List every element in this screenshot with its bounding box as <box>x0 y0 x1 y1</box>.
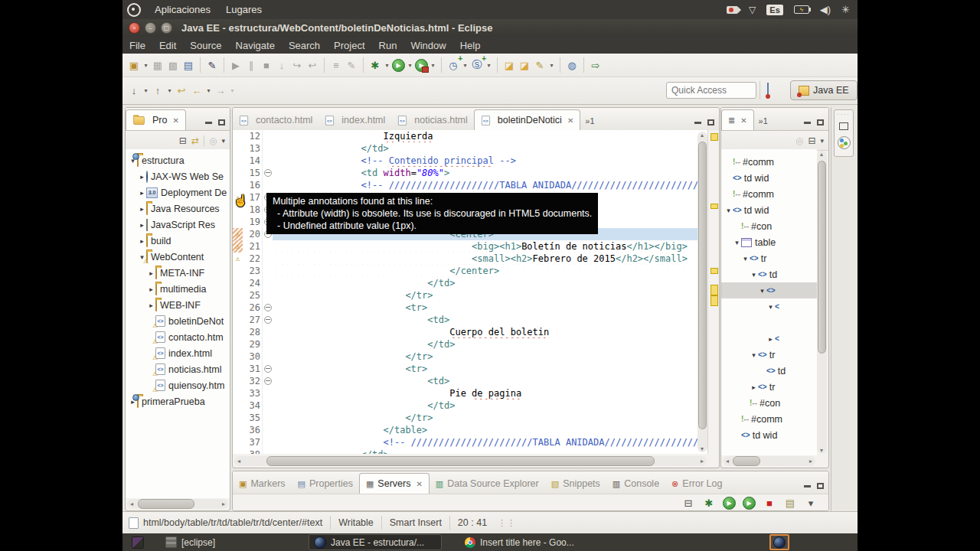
expander-icon[interactable]: ▸ <box>138 173 146 181</box>
collapse-all-icon[interactable]: ⊟ <box>808 135 815 146</box>
run-dropdown-icon[interactable]: ▾ <box>407 62 413 69</box>
expander-icon[interactable]: ▸ <box>138 205 146 213</box>
highlight-pen-icon[interactable]: ✎ <box>533 58 547 72</box>
code-line-32[interactable]: 32 <td> <box>233 375 719 387</box>
explorer-item-jax-ws-web-se[interactable]: ▸JAX-WS Web Se <box>126 168 230 184</box>
new-server-dropdown-icon[interactable]: ▾ <box>485 62 492 69</box>
editor-tab-index-html[interactable]: <>index.html <box>318 110 391 130</box>
outline-horizontal-scrollbar[interactable]: ◂▸ <box>723 456 815 466</box>
outline-item-table[interactable]: ▾table <box>721 234 817 250</box>
forward-dropdown-icon[interactable]: ▾ <box>229 87 236 94</box>
code-line-21[interactable]: ⚠21 <big><h1>Boletín de noticias</h1></b… <box>233 240 719 253</box>
fold-collapse-icon[interactable] <box>264 365 272 373</box>
code-line-25[interactable]: 25 </tr> <box>233 289 719 302</box>
close-icon[interactable]: ✕ <box>740 116 746 125</box>
expander-icon[interactable]: ▸ <box>147 285 155 293</box>
warning-annotation-icon[interactable]: ⚠ <box>233 240 243 253</box>
editor-tab-boletindenotici[interactable]: <>boletinDeNotici✕ <box>474 109 580 130</box>
tab-snippets[interactable]: ▧Snippets <box>545 474 606 494</box>
top-menu-lugares[interactable]: Lugares <box>218 0 270 19</box>
outline-item-comm[interactable]: !--#comm <box>721 411 817 427</box>
explorer-item-multimedia[interactable]: ▸multimedia <box>126 281 230 297</box>
next-annotation-dropdown-icon[interactable]: ▾ <box>142 87 149 94</box>
outline-item-tr[interactable]: ▸<>tr <box>721 379 817 395</box>
previous-annotation-icon[interactable]: ↑ <box>151 84 165 98</box>
volume-icon[interactable]: ◀) <box>820 4 831 15</box>
palette-icon[interactable] <box>838 136 851 149</box>
menu-window[interactable]: Window <box>403 37 452 54</box>
editor-tab-noticias-html[interactable]: <>noticias.html <box>391 110 473 130</box>
web-browser-icon[interactable]: ◍ <box>565 58 579 72</box>
fold-collapse-icon[interactable] <box>264 169 272 177</box>
maximize-view-icon[interactable] <box>817 483 824 489</box>
run-external-tools-icon[interactable]: ▶ <box>415 59 428 72</box>
outline-item-comm[interactable]: !--#comm <box>721 186 817 202</box>
taskbar-chrome-window[interactable]: Insert title here - Goo... <box>460 534 612 550</box>
new-web-service-dropdown-icon[interactable]: ▾ <box>462 62 469 69</box>
expander-icon[interactable]: ▸ <box>138 189 146 197</box>
start-server-icon[interactable]: ▶ <box>723 497 736 510</box>
collapse-all-icon[interactable]: ⊟ <box>179 135 187 146</box>
fold-collapse-icon[interactable] <box>264 377 272 385</box>
outline-item-con[interactable]: !--#con <box>721 395 817 411</box>
maximize-view-icon[interactable] <box>817 119 824 126</box>
view-menu-icon[interactable]: ▾ <box>221 137 225 145</box>
debug-dropdown-icon[interactable]: ▾ <box>384 62 390 69</box>
editor-vertical-scrollbar[interactable]: ▴ ▾ <box>697 132 707 452</box>
more-editors-chevron[interactable]: »1 <box>585 116 594 126</box>
code-line-29[interactable]: 29 </td> <box>233 338 719 350</box>
code-editor[interactable]: 12 Izquierda13 </td>14 <!-- Contenido pr… <box>233 130 719 454</box>
explorer-item-webcontent[interactable]: ▾⚠WebContent <box>126 249 230 265</box>
expander-icon[interactable]: ▸ <box>147 269 155 277</box>
open-artifact-icon[interactable]: ◪ <box>502 58 516 72</box>
expander-icon[interactable]: ▸ <box>138 221 146 229</box>
open-perspective-icon[interactable] <box>767 83 769 97</box>
menu-navigate[interactable]: Navigate <box>229 37 282 54</box>
drag-handle[interactable]: ···· <box>837 113 850 116</box>
explorer-item-deployment-de[interactable]: ▸3.0Deployment De <box>126 184 230 201</box>
minimize-view-icon[interactable] <box>694 122 701 124</box>
minimize-view-icon[interactable] <box>205 122 212 124</box>
overview-ruler[interactable] <box>707 130 719 454</box>
warning-annotation-icon[interactable]: ⚠ <box>233 228 243 240</box>
tab-markers[interactable]: ▣Markers <box>233 474 292 494</box>
outline-item-node-10[interactable] <box>721 315 817 331</box>
explorer-item-contacto-htm[interactable]: <>⚠contacto.htm <box>126 329 230 345</box>
expander-icon[interactable]: ▾ <box>741 255 750 262</box>
expander-icon[interactable]: ▸ <box>750 383 758 391</box>
menu-project[interactable]: Project <box>327 37 371 54</box>
explorer-item-javascript-res[interactable]: ▸JavaScript Res <box>126 217 230 233</box>
highlight-pen-dropdown-icon[interactable]: ▾ <box>548 62 555 69</box>
close-icon[interactable]: ✕ <box>416 480 422 488</box>
outline-item-td-wid[interactable]: <>td wid <box>721 427 817 443</box>
expander-icon[interactable]: ▾ <box>766 303 775 311</box>
explorer-item-noticias-html[interactable]: <>⚠noticias.html <box>126 361 230 377</box>
close-icon[interactable]: ✕ <box>567 116 573 125</box>
explorer-item-estructura[interactable]: ▾estructura <box>126 152 230 168</box>
outline-item-tr[interactable]: ▾<>tr <box>721 347 817 363</box>
close-icon[interactable]: ✕ <box>172 116 178 125</box>
code-line-30[interactable]: 30 </tr> <box>233 350 719 363</box>
expander-icon[interactable]: ▾ <box>724 207 733 214</box>
quick-access-input[interactable] <box>666 82 756 99</box>
code-line-31[interactable]: 31 <tr> <box>233 363 719 375</box>
fold-collapse-icon[interactable] <box>264 304 272 311</box>
expander-icon[interactable]: ▸ <box>766 335 775 343</box>
code-line-28[interactable]: 28 Cuerpo del boletin <box>233 326 719 338</box>
taskbar-app-icon[interactable] <box>127 534 149 550</box>
last-edit-location-icon[interactable]: ↩ <box>175 84 188 98</box>
explorer-item-build[interactable]: ▸build <box>126 233 230 249</box>
code-line-12[interactable]: 12 Izquierda <box>233 130 719 142</box>
more-views-chevron[interactable]: »1 <box>759 116 768 126</box>
new-web-service-icon[interactable]: ◷ <box>446 58 460 72</box>
editor-horizontal-scrollbar[interactable]: ◂▸ <box>234 456 707 466</box>
settings-gear-icon[interactable]: ✳ <box>841 4 850 15</box>
menu-file[interactable]: File <box>122 37 152 54</box>
window-minimize-button[interactable]: – <box>145 22 156 34</box>
run-icon[interactable]: ▶ <box>392 59 405 72</box>
expander-icon[interactable]: ▾ <box>750 271 758 279</box>
explorer-item-primeraprueba[interactable]: ▸primeraPrueba <box>126 393 230 409</box>
code-line-36[interactable]: 36 </table> <box>233 424 719 436</box>
minimize-view-icon[interactable] <box>804 122 811 124</box>
top-menu-aplicaciones[interactable]: Aplicaciones <box>147 0 218 19</box>
